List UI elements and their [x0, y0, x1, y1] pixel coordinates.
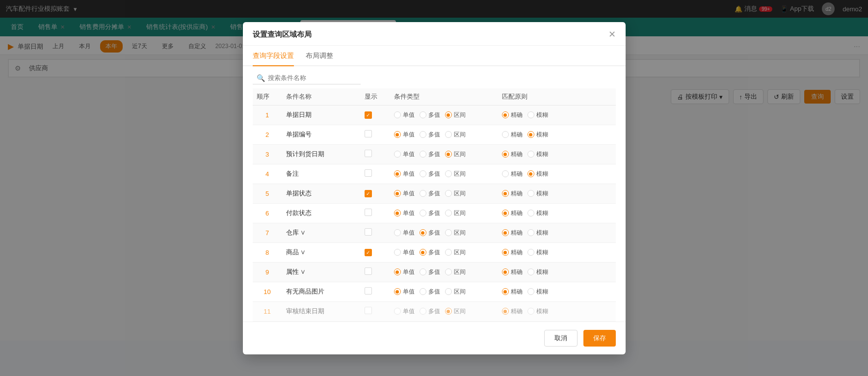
cancel-button[interactable]: 取消: [544, 330, 578, 341]
match-exact-option[interactable]: 精确: [502, 131, 523, 139]
radio-single[interactable]: [394, 288, 401, 295]
match-fuzzy-option[interactable]: 模糊: [527, 189, 548, 198]
type-range-option[interactable]: 区间: [445, 170, 466, 178]
radio-single[interactable]: [394, 111, 401, 118]
save-button[interactable]: 保存: [583, 330, 616, 341]
radio-multi[interactable]: [420, 269, 426, 275]
match-exact-option[interactable]: 精确: [502, 150, 523, 159]
radio-multi[interactable]: [420, 210, 426, 216]
match-fuzzy-option[interactable]: 模糊: [527, 209, 548, 217]
radio-multi[interactable]: [420, 111, 426, 118]
match-exact-option[interactable]: 精确: [502, 229, 523, 237]
type-range-option[interactable]: 区间: [445, 189, 466, 198]
radio-range[interactable]: [445, 131, 452, 138]
display-checkbox[interactable]: ✓: [365, 190, 372, 197]
tab-layout-adjust[interactable]: 布局调整: [306, 52, 333, 66]
radio-exact[interactable]: [502, 269, 509, 275]
type-single-option[interactable]: 单值: [394, 307, 415, 316]
row-display[interactable]: ✓: [361, 187, 390, 200]
radio-single[interactable]: [394, 190, 401, 197]
radio-multi[interactable]: [420, 170, 426, 177]
display-checkbox[interactable]: [365, 130, 372, 137]
type-multi-option[interactable]: 多值: [420, 268, 440, 276]
radio-range[interactable]: [445, 288, 452, 295]
match-fuzzy-option[interactable]: 模糊: [527, 307, 548, 316]
radio-single[interactable]: [394, 131, 401, 138]
radio-exact[interactable]: [502, 249, 509, 256]
type-multi-option[interactable]: 多值: [420, 209, 440, 217]
radio-fuzzy[interactable]: [527, 111, 534, 118]
radio-exact[interactable]: [502, 308, 509, 315]
radio-fuzzy[interactable]: [527, 288, 534, 295]
radio-range[interactable]: [445, 249, 452, 256]
match-exact-option[interactable]: 精确: [502, 209, 523, 217]
row-display[interactable]: [361, 225, 390, 240]
radio-multi[interactable]: [420, 308, 426, 315]
radio-exact[interactable]: [502, 190, 509, 197]
type-single-option[interactable]: 单值: [394, 229, 415, 237]
type-range-option[interactable]: 区间: [445, 131, 466, 139]
radio-exact[interactable]: [502, 111, 509, 118]
dialog-close-button[interactable]: ✕: [608, 30, 616, 39]
radio-single[interactable]: [394, 249, 401, 256]
display-checkbox[interactable]: ✓: [365, 249, 372, 256]
match-exact-option[interactable]: 精确: [502, 268, 523, 276]
row-display[interactable]: [361, 265, 390, 279]
row-display[interactable]: [361, 127, 390, 142]
search-input[interactable]: [268, 74, 357, 81]
match-fuzzy-option[interactable]: 模糊: [527, 248, 548, 257]
match-exact-option[interactable]: 精确: [502, 170, 523, 178]
type-range-option[interactable]: 区间: [445, 111, 466, 119]
display-checkbox[interactable]: [365, 307, 372, 314]
type-range-option[interactable]: 区间: [445, 248, 466, 257]
type-multi-option[interactable]: 多值: [420, 170, 440, 178]
radio-fuzzy[interactable]: [527, 131, 534, 138]
display-checkbox[interactable]: [365, 150, 372, 157]
match-fuzzy-option[interactable]: 模糊: [527, 170, 548, 178]
type-multi-option[interactable]: 多值: [420, 248, 440, 257]
radio-multi[interactable]: [420, 190, 426, 197]
radio-single[interactable]: [394, 151, 401, 158]
display-checkbox[interactable]: ✓: [365, 111, 372, 119]
radio-exact[interactable]: [502, 210, 509, 216]
match-exact-option[interactable]: 精确: [502, 189, 523, 198]
radio-range[interactable]: [445, 308, 452, 315]
radio-multi[interactable]: [420, 151, 426, 158]
radio-fuzzy[interactable]: [527, 308, 534, 315]
radio-fuzzy[interactable]: [527, 249, 534, 256]
radio-exact[interactable]: [502, 229, 509, 236]
type-range-option[interactable]: 区间: [445, 268, 466, 276]
type-single-option[interactable]: 单值: [394, 189, 415, 198]
match-fuzzy-option[interactable]: 模糊: [527, 150, 548, 159]
type-multi-option[interactable]: 多值: [420, 288, 440, 296]
match-fuzzy-option[interactable]: 模糊: [527, 288, 548, 296]
row-display[interactable]: ✓: [361, 245, 390, 259]
match-exact-option[interactable]: 精确: [502, 307, 523, 316]
row-display[interactable]: [361, 166, 390, 181]
type-single-option[interactable]: 单值: [394, 248, 415, 257]
display-checkbox[interactable]: [365, 209, 372, 216]
type-multi-option[interactable]: 多值: [420, 189, 440, 198]
row-display[interactable]: ✓: [361, 108, 390, 122]
type-range-option[interactable]: 区间: [445, 229, 466, 237]
match-fuzzy-option[interactable]: 模糊: [527, 131, 548, 139]
display-checkbox[interactable]: [365, 169, 372, 177]
display-checkbox[interactable]: [365, 287, 372, 295]
radio-single[interactable]: [394, 269, 401, 275]
type-single-option[interactable]: 单值: [394, 170, 415, 178]
radio-exact[interactable]: [502, 288, 509, 295]
match-fuzzy-option[interactable]: 模糊: [527, 111, 548, 119]
type-range-option[interactable]: 区间: [445, 209, 466, 217]
type-multi-option[interactable]: 多值: [420, 150, 440, 159]
radio-multi[interactable]: [420, 229, 426, 236]
radio-range[interactable]: [445, 269, 452, 275]
radio-range[interactable]: [445, 210, 452, 216]
type-single-option[interactable]: 单值: [394, 288, 415, 296]
radio-range[interactable]: [445, 190, 452, 197]
radio-exact[interactable]: [502, 131, 509, 138]
match-fuzzy-option[interactable]: 模糊: [527, 268, 548, 276]
row-display[interactable]: [361, 206, 390, 220]
type-single-option[interactable]: 单值: [394, 111, 415, 119]
type-single-option[interactable]: 单值: [394, 131, 415, 139]
tab-query-fields[interactable]: 查询字段设置: [253, 52, 294, 66]
